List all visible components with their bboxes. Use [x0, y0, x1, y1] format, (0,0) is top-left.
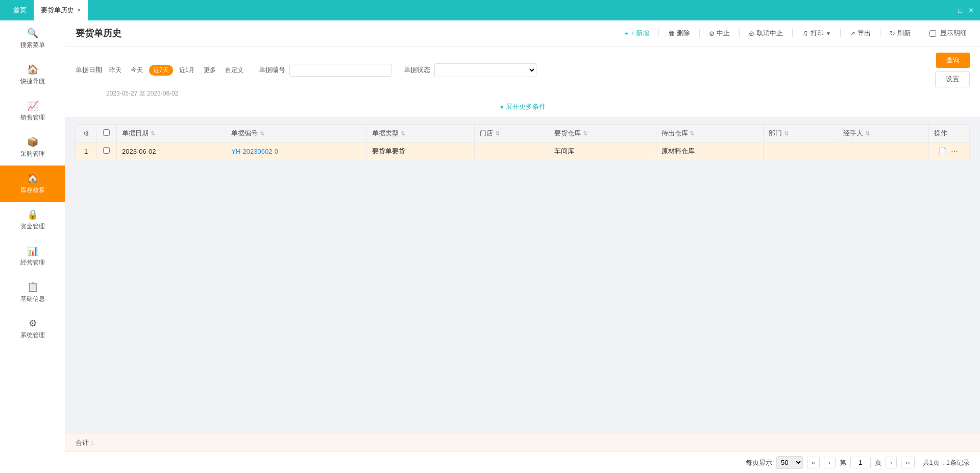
col-department-label: 部门 — [769, 129, 782, 137]
sidebar-item-search-menu[interactable]: 🔍 搜索菜单 — [0, 20, 65, 57]
last-page-button[interactable]: ›› — [901, 457, 915, 468]
cell-handler — [838, 143, 929, 160]
next-page-button[interactable]: › — [886, 457, 897, 468]
expand-icon: ▾ — [500, 103, 504, 111]
date-more[interactable]: 更多 — [201, 65, 219, 76]
sidebar-item-basic-info[interactable]: 📋 基础信息 — [0, 274, 65, 311]
select-all-checkbox[interactable] — [103, 129, 110, 136]
bill-no-input[interactable] — [289, 64, 391, 77]
window-minimize-icon[interactable]: — — [945, 7, 952, 14]
sort-store-icon: ⇅ — [495, 130, 500, 136]
top-bar: 首页 要货单历史 × — □ ✕ — [0, 0, 980, 20]
sidebar-item-ops-mgmt[interactable]: 📊 经营管理 — [0, 238, 65, 274]
query-button[interactable]: 查询 — [936, 53, 970, 68]
col-bill-date[interactable]: 单据日期 ⇅ — [117, 125, 226, 143]
main-layout: 🔍 搜索菜单 🏠 快捷导航 📈 销售管理 📦 采购管理 🏠 库存核算 🔒 资金管… — [0, 20, 980, 473]
sidebar-item-finance-mgmt[interactable]: 🔒 资金管理 — [0, 202, 65, 238]
cancel-icon: ⊘ — [749, 30, 754, 37]
status-select[interactable] — [434, 63, 536, 77]
col-req-warehouse[interactable]: 要货仓库 ⇅ — [549, 125, 656, 143]
col-bill-type[interactable]: 单据类型 ⇅ — [367, 125, 475, 143]
col-handler[interactable]: 经手人 ⇅ — [838, 125, 929, 143]
table-row: 1 2023-06-02 YH-20230602-0 要货单要货 车间库 原材料… — [76, 143, 970, 160]
tab-close-icon[interactable]: × — [77, 7, 81, 14]
cell-req-warehouse: 车间库 — [549, 143, 656, 160]
page-size-label: 每页显示 — [746, 458, 772, 467]
sort-date-icon: ⇅ — [151, 130, 155, 136]
col-bill-date-label: 单据日期 — [122, 129, 149, 137]
date-custom[interactable]: 自定义 — [222, 65, 247, 76]
table-wrapper: ⚙ 单据日期 ⇅ 单据编号 ⇅ — [65, 118, 980, 434]
cell-department — [764, 143, 838, 160]
print-button[interactable]: 🖨 打印 ▼ — [799, 27, 834, 40]
action-buttons: 查询 设置 — [935, 53, 970, 87]
sidebar-item-inventory-calc[interactable]: 🏠 库存核算 — [0, 165, 65, 202]
table-header-row: ⚙ 单据日期 ⇅ 单据编号 ⇅ — [76, 125, 970, 143]
page-suffix-label: 页 — [875, 458, 881, 467]
date-today[interactable]: 今天 — [128, 65, 146, 76]
table-settings-icon[interactable]: ⚙ — [83, 130, 89, 137]
display-detail-toggle[interactable]: 显示明细 — [926, 27, 970, 40]
delete-icon: 🗑 — [668, 30, 675, 37]
date-shortcuts: 昨天 今天 近7天 近1月 更多 自定义 — [106, 65, 247, 76]
col-department[interactable]: 部门 ⇅ — [764, 125, 838, 143]
divider-6 — [880, 29, 880, 37]
col-bill-type-label: 单据类型 — [372, 129, 399, 137]
new-button[interactable]: + + 新增 — [621, 27, 652, 40]
filter-area: 单据日期 昨天 今天 近7天 近1月 更多 自定义 单据编号 单据状态 — [65, 46, 980, 118]
cancel-stop-button[interactable]: ⊘ 取消中止 — [746, 27, 786, 40]
setting-button[interactable]: 设置 — [935, 71, 970, 87]
page-size-select[interactable]: 50 20 100 — [776, 456, 803, 469]
toolbar: + + 新增 🗑 删除 ⊘ 中止 ⊘ 取消中止 — [621, 27, 970, 40]
prev-page-button[interactable]: ‹ — [824, 457, 835, 468]
divider-2 — [699, 29, 700, 37]
col-settings[interactable]: ⚙ — [76, 125, 96, 143]
col-store[interactable]: 门店 ⇅ — [474, 125, 549, 143]
pagination: 每页显示 50 20 100 « ‹ 第 页 › ›› 共1页，1条记录 — [65, 452, 980, 473]
row-edit-icon[interactable]: 📄 — [938, 147, 947, 155]
stop-icon: ⊘ — [709, 30, 715, 37]
plus-icon: + — [624, 30, 628, 37]
page-number-input[interactable] — [850, 457, 871, 468]
delete-button[interactable]: 🗑 删除 — [665, 27, 693, 40]
col-pending-warehouse[interactable]: 待出仓库 ⇅ — [656, 125, 764, 143]
gear-icon: ⚙ — [29, 318, 37, 329]
filter-bill-no: 单据编号 — [259, 64, 391, 77]
col-pending-warehouse-label: 待出仓库 — [662, 129, 688, 137]
date-yesterday[interactable]: 昨天 — [106, 65, 125, 76]
first-page-button[interactable]: « — [807, 457, 820, 468]
sidebar-item-purchase-mgmt[interactable]: 📦 采购管理 — [0, 129, 65, 165]
refresh-button[interactable]: ↻ 刷新 — [887, 27, 914, 40]
display-detail-checkbox[interactable] — [929, 30, 936, 37]
sidebar: 🔍 搜索菜单 🏠 快捷导航 📈 销售管理 📦 采购管理 🏠 库存核算 🔒 资金管… — [0, 20, 65, 473]
page-title: 要货单历史 — [76, 27, 121, 39]
sidebar-item-sales-mgmt[interactable]: 📈 销售管理 — [0, 93, 65, 129]
cell-pending-warehouse: 原材料仓库 — [656, 143, 764, 160]
sidebar-item-sys-mgmt[interactable]: ⚙ 系统管理 — [0, 311, 65, 347]
row-checkbox[interactable] — [103, 147, 110, 154]
date-range-display: 2023-05-27 至 2023-06-02 — [76, 89, 970, 98]
total-info: 共1页，1条记录 — [923, 458, 970, 467]
doc-icon: 📋 — [27, 281, 38, 293]
divider-4 — [792, 29, 793, 37]
search-icon: 🔍 — [27, 28, 38, 39]
window-close-icon[interactable]: ✕ — [968, 7, 974, 14]
col-bill-no-label: 单据编号 — [231, 129, 258, 137]
tab-home[interactable]: 首页 — [6, 0, 34, 20]
stop-button[interactable]: ⊘ 中止 — [706, 27, 733, 40]
col-checkbox — [96, 125, 117, 143]
export-button[interactable]: ↗ 导出 — [847, 27, 874, 40]
cell-store — [474, 143, 549, 160]
divider-1 — [658, 29, 659, 37]
sort-dept-icon: ⇅ — [784, 130, 789, 136]
window-maximize-icon[interactable]: □ — [958, 7, 962, 14]
bill-no-link[interactable]: YH-20230602-0 — [231, 148, 278, 155]
expand-filter-button[interactable]: ▾ 展开更多条件 — [76, 102, 970, 111]
sort-pending-wh-icon: ⇅ — [690, 130, 694, 136]
date-7days[interactable]: 近7天 — [149, 65, 173, 76]
col-bill-no[interactable]: 单据编号 ⇅ — [226, 125, 367, 143]
row-more-icon[interactable]: ⋯ — [951, 147, 958, 155]
tab-requisition-history[interactable]: 要货单历史 × — [34, 0, 88, 20]
sidebar-item-quick-nav[interactable]: 🏠 快捷导航 — [0, 57, 65, 93]
date-1month[interactable]: 近1月 — [176, 65, 198, 76]
